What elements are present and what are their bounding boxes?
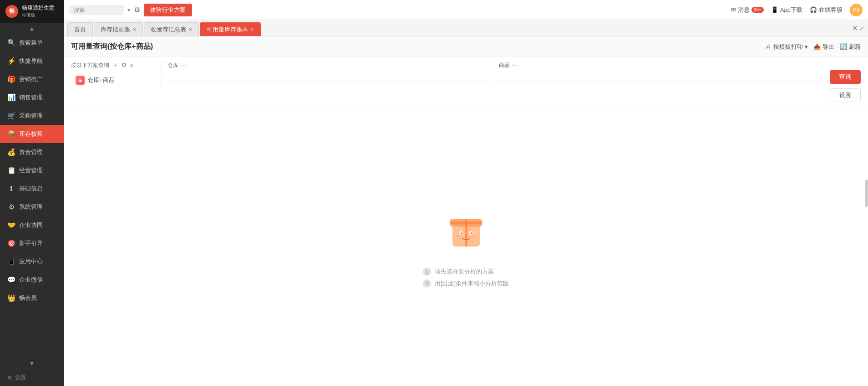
sidebar: 畅 畅康通好生意 标准版 ▲ 🔍 搜索菜单 ⚡ 快捷导航 🎁 营销推广 📊 销售… (0, 0, 64, 386)
tabbar-expand-btn[interactable]: ⤢ (859, 25, 864, 32)
topbar-settings-btn[interactable]: ⚙ (134, 5, 140, 14)
chart-icon: 📊 (7, 93, 15, 102)
scheme-item-warehouse-product[interactable]: ◈ 仓库+商品 (71, 73, 156, 87)
sidebar-item-sales[interactable]: 📊 销售管理 (0, 88, 64, 107)
page-title: 可用量查询(按仓库+商品) (71, 42, 153, 51)
refresh-label: 刷新 (849, 43, 861, 51)
tab-stock-summary[interactable]: 收发存汇总表 × (144, 22, 199, 36)
tab-available-inventory[interactable]: 可用量库存账本 × (200, 22, 261, 36)
customer-service-btn[interactable]: 🎧 在线客服 (810, 6, 843, 14)
warehouse-filter-group: 仓库 ··· (168, 61, 490, 82)
print-btn[interactable]: 🖨 按模板打印 ▾ (766, 43, 808, 51)
sidebar-item-search[interactable]: 🔍 搜索菜单 (0, 34, 64, 52)
app-download-label: App下载 (780, 6, 802, 14)
inventory-icon: 📦 (7, 130, 15, 138)
message-badge: 99+ (751, 7, 764, 13)
app-subtitle: 标准版 (22, 12, 55, 18)
sidebar-item-operations[interactable]: 📋 经营管理 (0, 161, 64, 180)
message-btn[interactable]: ✉ 消息 99+ (731, 6, 764, 14)
svg-point-9 (471, 235, 476, 238)
svg-point-7 (471, 232, 472, 234)
filter-left-panel: 按以下方案查询 ＋ ⚙ « ◈ 仓库+商品 (71, 61, 162, 87)
scroll-up-btn[interactable]: ▲ (0, 23, 64, 34)
tab-inventory-batch[interactable]: 库存批次账 × (94, 22, 143, 36)
add-scheme-btn[interactable]: ＋ (112, 61, 118, 69)
scroll-down-btn[interactable]: ▼ (0, 358, 64, 369)
filter-right-panel: 仓库 ··· 商品 ··· 查询 设置 (168, 61, 861, 102)
industry-btn[interactable]: 体验行业方案 (144, 4, 192, 16)
sidebar-item-shortcut[interactable]: ⚡ 快捷导航 (0, 52, 64, 70)
wechat-icon: 💬 (7, 276, 15, 284)
tab-home[interactable]: 首页 (67, 22, 93, 36)
crown-icon: 👑 (7, 294, 15, 302)
hint-text-2: 用[过滤]条件来缩小分析范围 (435, 279, 509, 288)
hint-num-1: 1 (423, 268, 431, 276)
handshake-icon: 🤝 (7, 221, 15, 229)
cart-icon: 🛒 (7, 112, 15, 120)
sidebar-item-finance[interactable]: 💰 资金管理 (0, 143, 64, 161)
sidebar-item-marketing[interactable]: 🎁 营销推广 (0, 70, 64, 88)
query-btn[interactable]: 查询 (830, 70, 861, 84)
tab-home-label: 首页 (74, 26, 86, 34)
sidebar-item-inventory[interactable]: 📦 库存核算 (0, 125, 64, 143)
tab-inventory-batch-close[interactable]: × (133, 26, 136, 33)
scheme-icon: ◈ (76, 76, 85, 85)
app-download-btn[interactable]: 📱 App下载 (771, 6, 802, 14)
page-actions: 🖨 按模板打印 ▾ 📤 导出 🔄 刷新 (766, 43, 861, 51)
sidebar-nav: 🔍 搜索菜单 ⚡ 快捷导航 🎁 营销推广 📊 销售管理 🛒 采购管理 📦 库存核… (0, 34, 64, 358)
sidebar-item-enterprise[interactable]: 🤝 企业协同 (0, 216, 64, 234)
topbar-right: ✉ 消息 99+ 📱 App下载 🎧 在线客服 Rit (731, 4, 863, 16)
export-label: 导出 (822, 43, 834, 51)
edit-scheme-btn[interactable]: ⚙ (121, 62, 127, 69)
empty-hints: 1 请先选择要分析的方案 2 用[过滤]条件来缩小分析范围 (423, 268, 509, 288)
filter-action-btns: 查询 设置 (830, 61, 861, 102)
page-content: 可用量查询(按仓库+商品) 🖨 按模板打印 ▾ 📤 导出 🔄 刷新 (64, 36, 868, 386)
tab-stock-summary-close[interactable]: × (189, 26, 192, 33)
filter-area: 按以下方案查询 ＋ ⚙ « ◈ 仓库+商品 仓库 ··· (64, 57, 868, 107)
info-icon: ℹ (7, 185, 15, 193)
tab-inventory-batch-label: 库存批次账 (101, 26, 130, 34)
tab-available-inventory-label: 可用量库存账本 (207, 26, 248, 34)
warehouse-input[interactable] (168, 71, 490, 82)
refresh-icon: 🔄 (840, 43, 847, 50)
customer-service-label: 在线客服 (819, 6, 843, 14)
sidebar-item-basic-info[interactable]: ℹ 基础信息 (0, 180, 64, 198)
product-more-btn[interactable]: ··· (512, 61, 518, 69)
topbar-search-input[interactable] (69, 5, 124, 15)
gift-icon: 🎁 (7, 75, 15, 83)
sidebar-footer: ⚙ 设置 (0, 369, 64, 386)
user-menu[interactable]: Rit (850, 4, 863, 16)
svg-rect-3 (450, 221, 482, 224)
main-area: ▾ ⚙ 体验行业方案 ✉ 消息 99+ 📱 App下载 🎧 在线客服 Rit (64, 0, 868, 386)
print-label: 按模板打印 (773, 43, 803, 51)
product-input[interactable] (499, 71, 821, 82)
topbar-dropdown-btn[interactable]: ▾ (127, 7, 130, 13)
product-filter-group: 商品 ··· (499, 61, 821, 82)
settings-footer-icon: ⚙ (7, 375, 12, 381)
refresh-btn[interactable]: 🔄 刷新 (840, 43, 861, 51)
sidebar-item-purchase[interactable]: 🛒 采购管理 (0, 107, 64, 125)
filter-settings-btn[interactable]: 设置 (830, 88, 861, 102)
svg-point-8 (457, 235, 461, 238)
app-title: 畅康通好生意 (22, 5, 55, 12)
sidebar-header: 畅 畅康通好生意 标准版 (0, 0, 64, 23)
tab-available-inventory-close[interactable]: × (251, 26, 254, 33)
svg-point-6 (461, 232, 462, 234)
print-dropdown-icon: ▾ (805, 43, 808, 50)
tabbar-close-btn[interactable]: ✕ (852, 24, 858, 32)
export-icon: 📤 (813, 43, 821, 50)
scheme-label: 仓库+商品 (87, 76, 115, 84)
sidebar-item-system[interactable]: ⚙ 系统管理 (0, 198, 64, 216)
warehouse-filter-label: 仓库 ··· (168, 61, 490, 69)
search-icon: 🔍 (7, 39, 15, 47)
sidebar-item-member[interactable]: 👑 畅会员 (0, 289, 64, 307)
tab-stock-summary-label: 收发存汇总表 (151, 26, 186, 34)
empty-state: 1 请先选择要分析的方案 2 用[过滤]条件来缩小分析范围 (64, 107, 868, 386)
tabbar: 首页 库存批次账 × 收发存汇总表 × 可用量库存账本 × ✕ ⤢ (64, 20, 868, 36)
sidebar-item-wechat[interactable]: 💬 企业微信 (0, 271, 64, 289)
sidebar-item-app-center[interactable]: 📱 应用中心 (0, 252, 64, 271)
warehouse-more-btn[interactable]: ··· (180, 61, 186, 69)
export-btn[interactable]: 📤 导出 (813, 43, 834, 51)
sidebar-item-guide[interactable]: 🎯 新手引导 (0, 234, 64, 252)
collapse-btn[interactable]: « (130, 62, 133, 69)
